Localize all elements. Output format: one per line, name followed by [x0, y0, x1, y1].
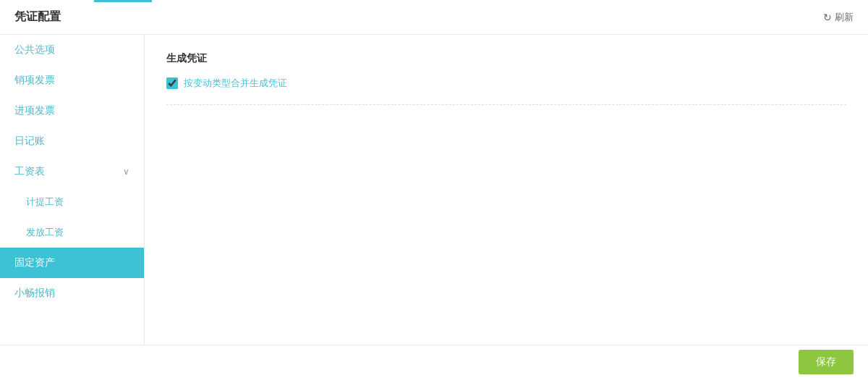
sidebar: 公共选项销项发票进项发票日记账工资表∨计提工资发放工资固定资产小畅报销 — [0, 35, 145, 378]
content-area: 生成凭证 按变动类型合并生成凭证 — [145, 35, 868, 378]
refresh-button[interactable]: ↻ 刷新 — [823, 11, 854, 24]
checkbox-row: 按变动类型合并生成凭证 — [166, 77, 846, 90]
sidebar-item-label: 计提工资 — [26, 196, 64, 209]
sidebar-item-public-options[interactable]: 公共选项 — [0, 35, 144, 65]
sidebar-item-payroll[interactable]: 工资表∨ — [0, 156, 144, 187]
save-button[interactable]: 保存 — [799, 350, 854, 374]
sidebar-item-label: 日记账 — [14, 135, 45, 148]
sidebar-item-fixed-assets[interactable]: 固定资产 — [0, 248, 144, 278]
main-layout: 公共选项销项发票进项发票日记账工资表∨计提工资发放工资固定资产小畅报销 生成凭证… — [0, 35, 868, 378]
sidebar-item-expense[interactable]: 小畅报销 — [0, 278, 144, 308]
sidebar-item-journal[interactable]: 日记账 — [0, 126, 144, 156]
header: 凭证配置 ↻ 刷新 — [0, 0, 868, 35]
sidebar-item-label: 工资表 — [14, 165, 45, 178]
sidebar-item-label: 发放工资 — [26, 226, 64, 239]
sidebar-item-label: 销项发票 — [14, 74, 55, 87]
sidebar-item-purchase-invoice[interactable]: 进项发票 — [0, 96, 144, 126]
merge-checkbox[interactable] — [166, 77, 178, 89]
page-title: 凭证配置 — [14, 9, 61, 25]
section-title: 生成凭证 — [166, 52, 846, 65]
refresh-label: 刷新 — [835, 11, 854, 24]
sidebar-item-sales-invoice[interactable]: 销项发票 — [0, 65, 144, 96]
sidebar-item-label: 小畅报销 — [14, 287, 55, 300]
sidebar-item-label: 公共选项 — [14, 43, 55, 56]
section-divider — [166, 104, 846, 105]
sidebar-item-label: 固定资产 — [14, 256, 55, 269]
footer: 保存 — [0, 345, 868, 378]
sidebar-item-payroll-calc[interactable]: 计提工资 — [0, 187, 144, 217]
refresh-icon: ↻ — [823, 12, 832, 23]
checkbox-label: 按变动类型合并生成凭证 — [184, 77, 287, 90]
sidebar-item-label: 进项发票 — [14, 104, 55, 117]
sidebar-item-payroll-release[interactable]: 发放工资 — [0, 217, 144, 248]
chevron-down-icon: ∨ — [123, 167, 129, 177]
